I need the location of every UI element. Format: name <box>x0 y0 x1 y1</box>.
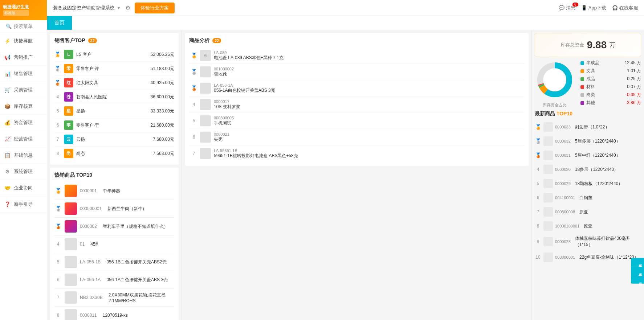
sidebar-item-base-info[interactable]: 📋 基础信息 <box>0 147 47 164</box>
medal-icon: 🏅 <box>535 124 541 130</box>
inventory-total-card: 库存总资金 9.88 万 <box>535 33 641 57</box>
product-image <box>65 185 77 197</box>
right-item: 8 10000100001 原亚 <box>535 219 641 233</box>
content: 销售客户TOP 22 🏅 L LS 客户 53,006.26元 🥈 零 零售客户… <box>47 30 644 320</box>
product-image <box>543 165 553 174</box>
product-code: 0000001 <box>80 188 97 193</box>
product-item: 7 LA-59651-1B 59651-1B旋转投影灯电池盒 ABS黑色+58壳 <box>189 145 524 161</box>
donut-chart: 库存资金占比 <box>535 60 575 108</box>
new-products-title: 最新商品 TOP10 <box>535 111 641 117</box>
sidebar-item-quick-nav[interactable]: ⚡ 快捷导航 <box>0 33 47 49</box>
live-button[interactable]: 直播 <box>631 276 644 284</box>
product-image <box>65 202 77 215</box>
search-menu-item[interactable]: 🔍 搜索菜单 <box>0 20 47 33</box>
sidebar-item-guide[interactable]: ❓ 新手引导 <box>0 196 47 213</box>
online-service-label: 在线客服 <box>619 5 638 11</box>
product-item: 🏅 Ai LA-089 电池盖 LA-089 ABS本色+黑种 7.1克 <box>189 48 524 64</box>
sidebar-item-finance[interactable]: 💰 资金管理 <box>0 115 47 131</box>
legend-label: 半成品 <box>586 60 623 66</box>
sidebar-item-label: 销售管理 <box>14 70 33 77</box>
product-name: 056-1B白色按键开关壳ABS2壳 <box>106 259 166 265</box>
rank-number: 4 <box>54 242 62 247</box>
rank-number: 4 <box>191 102 197 107</box>
product-name: 2.0X30MM双摆花轴,摆花直径2.1MM/ROHS <box>109 292 174 303</box>
community-button[interactable]: 服务社区 <box>631 267 644 276</box>
rank-number: 6 <box>191 135 197 140</box>
product-image <box>65 220 77 233</box>
message-button[interactable]: 💬 消息 6 <box>559 5 575 11</box>
product-code: LA-056-1A <box>214 83 523 87</box>
product-name: 12070519-xs <box>103 313 128 318</box>
legend-item: 成品 0.25 万 <box>580 76 641 82</box>
product-image <box>543 253 553 262</box>
customer-value: 7,563.00元 <box>153 151 174 157</box>
product-name: 智利车子里（规格不知道填什么） <box>103 223 168 230</box>
product-name: 056-1A白色按键开关盖ABS 3壳 <box>214 87 523 94</box>
sidebar-item-label: 基础信息 <box>14 152 33 159</box>
product-name: 电池盖 LA-089 ABS本色+黑种 7.1克 <box>214 55 523 61</box>
sidebar-item-system[interactable]: ⚙ 系统管理 <box>0 164 47 180</box>
legend-dot <box>580 61 584 65</box>
rank-number: 8 <box>54 313 62 318</box>
sidebar-item-enterprise[interactable]: 🤝 企业协同 <box>0 180 47 196</box>
sidebar-item-marketing[interactable]: 📢 营销推广 <box>0 49 47 66</box>
product-name: 体械嘉枝味苏打饮品400毫升（1*15） <box>575 235 641 248</box>
product-analysis-card: 商品分析 22 🏅 Ai LA-089 电池盖 LA-089 ABS本色+黑种 … <box>185 33 529 166</box>
medal-icon: 🥉 <box>54 80 61 86</box>
customer-value: 51,183.00元 <box>151 66 174 72</box>
rank-number: 8 <box>535 223 541 229</box>
online-service-button[interactable]: 🎧 在线客服 <box>612 5 638 11</box>
app-edition: 标准版 <box>3 10 29 16</box>
customer-column: 销售客户TOP 22 🏅 L LS 客户 53,006.26元 🥈 零 零售客户… <box>47 30 182 320</box>
legend-item: 其他 -3.86 万 <box>580 100 641 106</box>
hot-item: 7 NB2.0X30B 2.0X30MM双摆花轴,摆花直径2.1MM/ROHS <box>54 289 174 307</box>
customer-value: 53,006.26元 <box>151 52 174 58</box>
list-item: 5 星 星扬 33,333.00元 <box>54 104 174 118</box>
product-image <box>65 309 77 320</box>
hot-item: 🥈 000500001 新西兰牛肉（新牛） <box>54 200 174 218</box>
medal-icon: 🥈 <box>54 206 62 212</box>
product-code: 000500001 <box>80 206 102 211</box>
phone-icon: 📱 <box>581 5 587 11</box>
app-download-button[interactable]: 📱 App下载 <box>581 5 606 11</box>
customer-name: 尚态 <box>76 151 150 157</box>
product-image <box>65 274 77 286</box>
sidebar-item-operations[interactable]: 📈 经营管理 <box>0 131 47 147</box>
product-image <box>543 193 553 202</box>
three-col-layout: 销售客户TOP 22 🏅 L LS 客户 53,006.26元 🥈 零 零售客户… <box>47 30 644 320</box>
system-selector[interactable]: 装备及固定资产辅助管理系统 ▼ <box>53 5 121 11</box>
medal-icon: 🥈 <box>535 138 541 144</box>
legend-item: 文具 1.01 万 <box>580 68 641 74</box>
right-item: 5 0000029 18颗粒板（1220*2440） <box>535 177 641 191</box>
sidebar-item-sales[interactable]: 📊 销售管理 <box>0 66 47 82</box>
tab-home[interactable]: 首页 <box>47 16 72 30</box>
main-area: 装备及固定资产辅助管理系统 ▼ ⚙ 体验行业方案 💬 消息 6 📱 App下载 … <box>47 0 644 320</box>
rank-number: 9 <box>535 239 541 244</box>
legend-dot <box>580 85 584 89</box>
trial-button[interactable]: 体验行业方案 <box>135 3 175 13</box>
inventory-label: 库存总资金 <box>561 42 584 48</box>
product-image <box>200 148 211 159</box>
product-code: 10000100001 <box>555 224 579 228</box>
hot-item: 4 01 45# <box>54 235 174 253</box>
product-image <box>200 83 211 94</box>
rank-number: 6 <box>535 195 541 200</box>
sidebar-item-inventory[interactable]: 📦 库存核算 <box>0 98 47 115</box>
product-code: LA-089 <box>214 50 523 55</box>
base-info-icon: 📋 <box>4 152 11 159</box>
customer-count-badge: 22 <box>88 38 97 43</box>
legend-label: 文具 <box>586 68 625 74</box>
hot-products-card: 热销商品 TOP10 🏅 0000001 中华神器 🥈 000500001 新西… <box>50 168 179 320</box>
donut-svg <box>535 60 575 100</box>
gear-icon[interactable]: ⚙ <box>125 4 130 11</box>
right-item: 🥈 0000032 5厘多层（1220*2440） <box>535 134 641 148</box>
list-item: 🏅 L LS 客户 53,006.26元 <box>54 48 174 62</box>
customer-name: LS 客户 <box>76 52 148 58</box>
product-code: 0000017 <box>214 99 523 104</box>
avatar: 星 <box>64 106 73 116</box>
customer-service-button[interactable]: 客服热线 <box>631 258 644 267</box>
sidebar-item-purchase[interactable]: 🛒 采购管理 <box>0 82 47 98</box>
hot-item: 🏅 0000001 中华神器 <box>54 182 174 200</box>
right-item: 4 0000030 18多层（1220*2440） <box>535 163 641 177</box>
sidebar-item-label: 采购管理 <box>14 87 33 93</box>
